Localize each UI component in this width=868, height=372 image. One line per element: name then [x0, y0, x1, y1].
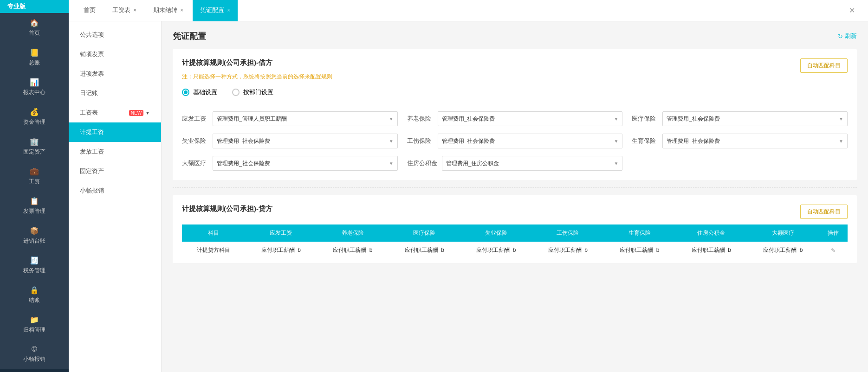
- tab-label-voucher: 凭证配置: [200, 6, 224, 14]
- table-cell-0-4: 应付职工薪酬_b: [460, 242, 532, 259]
- left-nav-label-salarylist: 工资表: [80, 109, 98, 117]
- radio-label-basic: 基础设置: [193, 88, 217, 96]
- form-select-value-住房公积金: 管理费用_住房公积金: [446, 160, 499, 167]
- tab-salary[interactable]: 工资表×: [105, 0, 144, 21]
- table-cell-0-2: 应付职工薪酬_b: [317, 242, 389, 259]
- form-item-生育保险: 生育保险 管理费用_社会保险费 ▼: [632, 134, 848, 148]
- form-select-医疗保险[interactable]: 管理费用_社会保险费 ▼: [662, 111, 848, 126]
- radio-circle-department: [232, 89, 240, 96]
- reports-icon: 📊: [30, 78, 39, 87]
- tab-close-period[interactable]: ×: [180, 7, 183, 13]
- sidebar-label-reports: 报表中心: [23, 89, 45, 96]
- dropdown-arrow-应发工资: ▼: [389, 116, 394, 122]
- form-select-应发工资[interactable]: 管理费用_管理人员职工薪酬 ▼: [213, 111, 398, 126]
- sidebar-item-reports[interactable]: 📊报表中心: [0, 72, 69, 102]
- col-header-医疗保险: 医疗保险: [389, 224, 460, 242]
- col-header-失业保险: 失业保险: [460, 224, 532, 242]
- sidebar-item-close[interactable]: 🔒结账: [0, 280, 69, 310]
- table-cell-0-7: 应付职工薪酬_b: [675, 242, 747, 259]
- tab-period[interactable]: 期末结转×: [146, 0, 191, 21]
- sidebar-item-stockledger[interactable]: 📦进销台账: [0, 221, 69, 250]
- left-nav-calculate[interactable]: 计提工资: [69, 122, 161, 142]
- close-icon: 🔒: [30, 286, 39, 295]
- window-close-button[interactable]: ✕: [843, 4, 861, 17]
- section2-title: 计提核算规则(公司承担)-贷方: [182, 205, 272, 213]
- xiao-icon: ©: [32, 345, 37, 353]
- sidebar-item-archive[interactable]: 📁归档管理: [0, 310, 69, 340]
- section-debit: 计提核算规则(公司承担)-借方 注：只能选择一种方式，系统将按照您当前的选择来配…: [173, 49, 857, 180]
- section-credit: 计提核算规则(公司承担)-贷方 自动匹配科目 科目应发工资养老保险医疗保险失业保…: [173, 195, 857, 263]
- radio-department[interactable]: 按部门设置: [232, 88, 273, 96]
- stockledger-icon: 📦: [30, 226, 39, 235]
- sidebar-item-settings[interactable]: ⚙设置: [0, 369, 69, 372]
- form-select-住房公积金[interactable]: 管理费用_住房公积金 ▼: [442, 156, 623, 171]
- sidebar-label-tax: 税务管理: [23, 267, 45, 275]
- form-item-住房公积金: 住房公积金 管理费用_住房公积金 ▼: [407, 156, 623, 171]
- left-nav-fixedassets[interactable]: 固定资产: [69, 161, 161, 181]
- col-header-养老保险: 养老保险: [317, 224, 389, 242]
- page-header: 凭证配置 ↻ 刷新: [173, 31, 857, 42]
- tab-home[interactable]: 首页: [76, 0, 103, 21]
- sidebar-item-tax[interactable]: 🧾税务管理: [0, 250, 69, 280]
- table-cell-0-9[interactable]: ✎: [819, 242, 848, 259]
- form-select-value-应发工资: 管理费用_管理人员职工薪酬: [217, 115, 287, 123]
- auto-match-debit-button[interactable]: 自动匹配科目: [800, 58, 848, 73]
- sidebar-item-funds[interactable]: 💰资金管理: [0, 102, 69, 132]
- auto-match-credit-button[interactable]: 自动匹配科目: [800, 205, 848, 219]
- left-nav-purchase[interactable]: 进项发票: [69, 64, 161, 83]
- table-row: 计提贷方科目应付职工薪酬_b应付职工薪酬_b应付职工薪酬_b应付职工薪酬_b应付…: [182, 242, 848, 259]
- left-nav-xiaochang[interactable]: 小畅报销: [69, 181, 161, 200]
- form-label-住房公积金: 住房公积金: [407, 159, 437, 167]
- refresh-icon: ↻: [838, 33, 843, 40]
- left-nav-label-public: 公共选项: [80, 31, 104, 39]
- dropdown-arrow-工伤保险: ▼: [614, 139, 618, 144]
- form-select-失业保险[interactable]: 管理费用_社会保险费 ▼: [213, 134, 398, 148]
- sidebar-item-xiao[interactable]: ©小畅报销: [0, 340, 69, 369]
- left-nav-sales[interactable]: 销项发票: [69, 45, 161, 64]
- dropdown-arrow-住房公积金: ▼: [614, 161, 618, 166]
- left-navigation: 公共选项销项发票进项发票日记账工资表NEW▼计提工资发放工资固定资产小畅报销: [69, 21, 162, 372]
- sidebar-label-funds: 资金管理: [23, 118, 45, 126]
- left-nav-journal[interactable]: 日记账: [69, 83, 161, 103]
- sidebar-label-stockledger: 进销台账: [23, 237, 45, 245]
- sidebar-label-salary: 工资: [29, 178, 40, 186]
- section1-title: 计提核算规则(公司承担)-借方: [182, 58, 332, 67]
- col-header-生育保险: 生育保险: [604, 224, 676, 242]
- left-nav-label-sales: 销项发票: [80, 50, 104, 58]
- tab-close-voucher[interactable]: ×: [227, 7, 230, 13]
- form-select-大额医疗[interactable]: 管理费用_社会保险费 ▼: [213, 156, 398, 171]
- tab-voucher[interactable]: 凭证配置×: [193, 0, 238, 21]
- form-item-应发工资: 应发工资 管理费用_管理人员职工薪酬 ▼: [182, 111, 398, 126]
- left-nav-label-fixedassets: 固定资产: [80, 167, 104, 175]
- sidebar-item-ledger[interactable]: 📒总账: [0, 43, 69, 72]
- radio-circle-basic: [182, 89, 189, 96]
- sidebar-item-salary[interactable]: 💼工资: [0, 161, 69, 191]
- salary-icon: 💼: [30, 167, 39, 176]
- form-select-工伤保险[interactable]: 管理费用_社会保险费 ▼: [438, 134, 623, 148]
- credit-table: 科目应发工资养老保险医疗保险失业保险工伤保险生育保险住房公积金大额医疗操作计提贷…: [182, 224, 848, 259]
- main-area: 首页工资表×期末结转×凭证配置× ✕ 公共选项销项发票进项发票日记账工资表NEW…: [69, 0, 868, 372]
- radio-basic[interactable]: 基础设置: [182, 88, 217, 96]
- sidebar-item-assets[interactable]: 🏢固定资产: [0, 132, 69, 161]
- sidebar: 专业版 🏠首页📒总账📊报表中心💰资金管理🏢固定资产💼工资📋发票管理📦进销台账🧾税…: [0, 0, 69, 372]
- section2-header: 计提核算规则(公司承担)-贷方 自动匹配科目: [182, 205, 848, 219]
- table-cell-0-5: 应付职工薪酬_b: [532, 242, 604, 259]
- dropdown-arrow-大额医疗: ▼: [389, 161, 394, 166]
- dropdown-arrow-养老保险: ▼: [614, 116, 618, 122]
- tab-close-salary[interactable]: ×: [133, 7, 136, 13]
- form-item-失业保险: 失业保险 管理费用_社会保险费 ▼: [182, 134, 398, 148]
- sidebar-label-invoice: 发票管理: [23, 207, 45, 215]
- form-select-养老保险[interactable]: 管理费用_社会保险费 ▼: [438, 111, 623, 126]
- refresh-button[interactable]: ↻ 刷新: [838, 32, 857, 40]
- left-nav-public[interactable]: 公共选项: [69, 25, 161, 45]
- form-select-生育保险[interactable]: 管理费用_社会保险费 ▼: [662, 134, 848, 148]
- sidebar-label-close: 结账: [29, 296, 40, 304]
- sidebar-item-home[interactable]: 🏠首页: [0, 13, 69, 43]
- left-nav-distribute[interactable]: 发放工资: [69, 142, 161, 161]
- section1-header: 计提核算规则(公司承担)-借方 注：只能选择一种方式，系统将按照您当前的选择来配…: [182, 58, 848, 106]
- sidebar-item-invoice[interactable]: 📋发票管理: [0, 191, 69, 221]
- left-nav-label-xiaochang: 小畅报销: [80, 186, 104, 195]
- left-nav-label-purchase: 进项发票: [80, 70, 104, 78]
- left-nav-salarylist[interactable]: 工资表NEW▼: [69, 103, 161, 122]
- dropdown-arrow-生育保险: ▼: [839, 139, 843, 144]
